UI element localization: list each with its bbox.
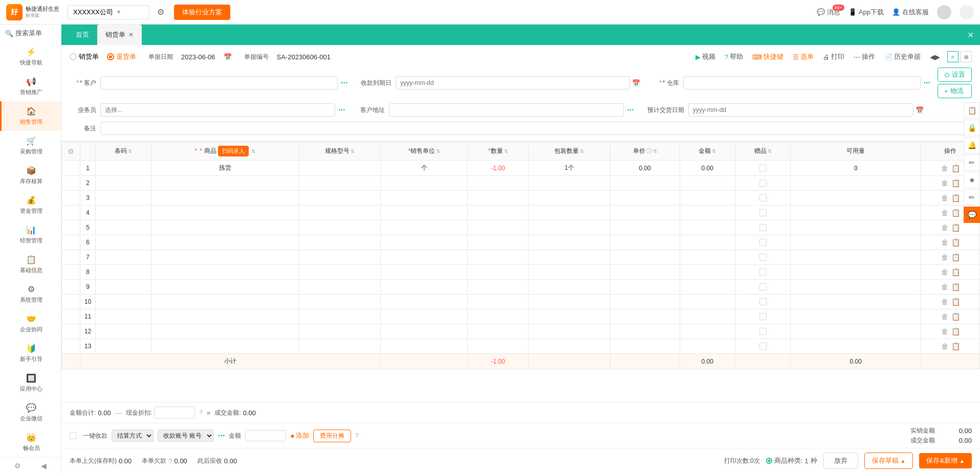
- split-button[interactable]: 费用分摊: [313, 430, 351, 442]
- logistics-button[interactable]: + 物流: [938, 84, 972, 98]
- scan-button[interactable]: 扫码录入: [218, 146, 249, 156]
- salesperson-ellipsis-icon[interactable]: ···: [335, 105, 348, 115]
- save-new-button[interactable]: 保存&新增 ▲: [919, 453, 972, 468]
- copy-icon[interactable]: 📋: [951, 223, 960, 232]
- online-service-button[interactable]: 👤 在线客服: [892, 8, 929, 17]
- note-input[interactable]: [100, 122, 972, 135]
- save-draft-button[interactable]: 保存草稿 ▲: [864, 453, 913, 469]
- sidebar-settings-icon[interactable]: ⚙: [14, 462, 21, 470]
- delete-icon[interactable]: 🗑: [941, 209, 948, 217]
- sidebar-item-member[interactable]: 👑 畅会员: [0, 427, 61, 457]
- copy-icon[interactable]: 📋: [951, 283, 960, 291]
- add-payment-btn[interactable]: ● 添加: [290, 431, 309, 440]
- copy-icon[interactable]: 📋: [951, 268, 960, 276]
- copy-icon[interactable]: 📋: [951, 194, 960, 202]
- salesperson-input[interactable]: [100, 103, 335, 117]
- payment-amount-input[interactable]: [245, 430, 286, 441]
- delete-icon[interactable]: 🗑: [941, 238, 948, 246]
- abandon-button[interactable]: 放弃: [823, 453, 858, 469]
- delete-icon[interactable]: 🗑: [941, 164, 948, 172]
- sidebar-item-base[interactable]: 📋 基础信息: [0, 250, 61, 279]
- sidebar-item-app-center[interactable]: 🔲 应用中心: [0, 368, 61, 398]
- layout-grid-icon[interactable]: ⊞: [961, 51, 972, 62]
- sidebar-item-sales[interactable]: 🏠 销售管理: [0, 101, 61, 131]
- rf-icon-6[interactable]: ✏: [964, 189, 980, 206]
- copy-icon[interactable]: 📋: [951, 209, 960, 217]
- rf-icon-3[interactable]: 🔔: [964, 137, 980, 153]
- sidebar-collapse-icon[interactable]: ◀: [41, 462, 47, 470]
- rf-icon-5[interactable]: ★: [964, 172, 980, 188]
- delivery-date-input[interactable]: [688, 103, 913, 117]
- tab-close-icon[interactable]: ✕: [128, 31, 134, 38]
- address-ellipsis-icon[interactable]: ···: [624, 105, 637, 115]
- sidebar-item-capital[interactable]: 💰 资金管理: [0, 190, 61, 220]
- discount-help-icon[interactable]: ?: [199, 409, 203, 416]
- toolbar-help-btn[interactable]: ? 帮助: [723, 51, 745, 62]
- delete-icon[interactable]: 🗑: [941, 268, 948, 276]
- delete-icon[interactable]: 🗑: [941, 283, 948, 291]
- delete-icon[interactable]: 🗑: [941, 223, 948, 232]
- settings-button[interactable]: ⊙ 设置: [938, 67, 972, 82]
- one-click-pay-checkbox[interactable]: [70, 432, 77, 439]
- toolbar-history-btn[interactable]: 📄 历史单据: [882, 51, 923, 62]
- copy-icon[interactable]: 📋: [951, 179, 960, 187]
- app-download-button[interactable]: 📱 App下载: [848, 8, 884, 17]
- rf-icon-orange[interactable]: 💬: [964, 207, 980, 223]
- sidebar-item-wecom[interactable]: 💬 企业微信: [0, 398, 61, 427]
- copy-icon[interactable]: 📋: [951, 238, 960, 246]
- sidebar-item-quick-nav[interactable]: ⚡ 快捷导航: [0, 42, 61, 72]
- gear-icon-col[interactable]: ⚙: [68, 147, 74, 155]
- payment-help-icon[interactable]: ?: [355, 432, 359, 439]
- delete-icon[interactable]: 🗑: [941, 194, 948, 202]
- delete-icon[interactable]: 🗑: [941, 327, 948, 335]
- customer-address-input[interactable]: [389, 103, 624, 117]
- sidebar-item-system[interactable]: ⚙ 系统管理: [0, 279, 61, 309]
- toolbar-nav-arrows[interactable]: ◀ ▶: [928, 52, 942, 62]
- sidebar-item-enterprise[interactable]: 🤝 企业协同: [0, 309, 61, 339]
- copy-icon[interactable]: 📋: [951, 164, 960, 172]
- rf-icon-2[interactable]: 🔒: [964, 120, 980, 136]
- delete-icon[interactable]: 🗑: [941, 342, 948, 350]
- radio-return[interactable]: 退货单: [107, 52, 136, 61]
- rf-icon-1[interactable]: 📋: [964, 102, 980, 119]
- trial-button[interactable]: 体验行业方案: [174, 5, 230, 20]
- tab-bar-close-icon[interactable]: ✕: [967, 30, 974, 40]
- company-selector[interactable]: XXXXXX公司 ▼: [68, 5, 149, 19]
- tab-sales-order[interactable]: 销货单 ✕: [97, 25, 142, 45]
- delete-icon[interactable]: 🗑: [941, 312, 948, 321]
- customer-ellipsis-icon[interactable]: ···: [338, 78, 351, 87]
- sidebar-item-guide[interactable]: 🔰 新手引导: [0, 339, 61, 368]
- copy-icon[interactable]: 📋: [951, 312, 960, 321]
- tab-home[interactable]: 首页: [68, 25, 97, 45]
- delete-icon[interactable]: 🗑: [941, 298, 948, 306]
- calendar-icon-date[interactable]: 📅: [224, 53, 232, 61]
- sidebar-item-purchase[interactable]: 🛒 采购管理: [0, 131, 61, 161]
- customer-input[interactable]: [100, 76, 338, 89]
- radio-sales[interactable]: 销货单: [70, 52, 99, 61]
- payment-method-select[interactable]: 结算方式: [112, 430, 154, 442]
- copy-icon[interactable]: 📋: [951, 253, 960, 261]
- copy-icon[interactable]: 📋: [951, 327, 960, 335]
- toolbar-select-btn[interactable]: ☰ 选单: [791, 51, 816, 62]
- toolbar-shortcut-btn[interactable]: ⌨ 快捷键: [750, 51, 786, 62]
- copy-icon[interactable]: 📋: [951, 298, 960, 306]
- calendar-icon-delivery[interactable]: 📅: [913, 106, 926, 114]
- discount-input[interactable]: [154, 407, 195, 419]
- copy-icon[interactable]: 📋: [951, 342, 960, 350]
- payment-account-select[interactable]: 收款账号 账号: [158, 430, 214, 442]
- toolbar-video-btn[interactable]: ▶ 视频: [693, 51, 717, 62]
- delete-icon[interactable]: 🗑: [941, 253, 948, 261]
- toolbar-print-btn[interactable]: 🖨 打印: [821, 51, 846, 62]
- due-date-input[interactable]: [396, 76, 629, 89]
- calendar-icon-due[interactable]: 📅: [630, 79, 642, 87]
- warehouse-ellipsis-icon[interactable]: ···: [921, 78, 933, 87]
- payment-ellipsis-icon[interactable]: ···: [218, 431, 225, 440]
- user-avatar-2[interactable]: [960, 5, 974, 19]
- user-avatar[interactable]: [937, 5, 951, 19]
- total-owed-help-icon[interactable]: ?: [168, 457, 172, 465]
- message-button[interactable]: 💬 消息 99+: [817, 8, 840, 17]
- layout-list-icon[interactable]: ≡: [947, 51, 959, 62]
- sidebar-item-operations[interactable]: 📊 经营管理: [0, 220, 61, 250]
- top-settings-icon[interactable]: ⚙: [154, 5, 168, 19]
- sidebar-search[interactable]: 🔍 搜索菜单: [0, 25, 61, 42]
